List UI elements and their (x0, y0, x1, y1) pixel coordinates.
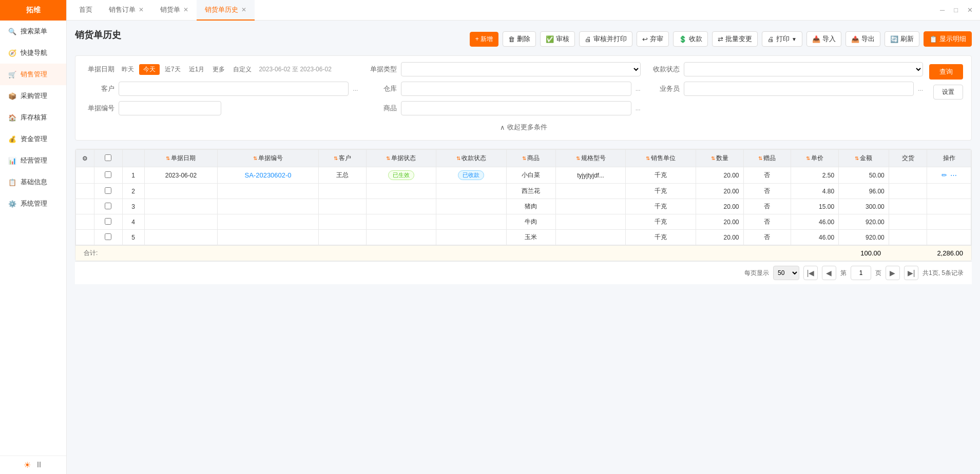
col-spec[interactable]: 规格型号 (555, 150, 625, 167)
date-btn-7days[interactable]: 近7天 (162, 64, 184, 75)
tab-home[interactable]: 首页 (71, 0, 101, 21)
audit-button[interactable]: ✅ 审核 (540, 31, 575, 47)
date-btn-1month[interactable]: 近1月 (186, 64, 208, 75)
salesperson-more-icon[interactable]: ... (918, 85, 923, 92)
warehouse-input[interactable] (401, 82, 631, 96)
new-button[interactable]: + 新增 (470, 32, 498, 47)
window-maximize-btn[interactable]: □ (951, 5, 961, 15)
last-page-btn[interactable]: ▶| (904, 266, 918, 280)
sidebar-item-label: 库存核算 (21, 113, 47, 122)
col-rowno (122, 150, 144, 167)
col-date[interactable]: 单据日期 (144, 150, 218, 167)
collect-button[interactable]: 💲 收款 (673, 31, 708, 47)
date-btn-yesterday[interactable]: 昨天 (119, 64, 137, 75)
print-button[interactable]: 🖨 打印 ▼ (762, 31, 802, 47)
col-unit[interactable]: 销售单位 (626, 150, 696, 167)
print-icon: 🖨 (767, 35, 774, 43)
tab-sales-history[interactable]: 销货单历史 ✕ (197, 0, 255, 21)
first-page-btn[interactable]: |◀ (803, 266, 818, 280)
row-checkbox[interactable] (105, 233, 111, 240)
sidebar-item-system[interactable]: ⚙️ 系统管理 (0, 193, 66, 214)
next-page-btn[interactable]: ▶ (886, 266, 900, 280)
select-all-checkbox[interactable] (105, 154, 111, 161)
col-customer[interactable]: 客户 (318, 150, 366, 167)
cell-price: 4.80 (791, 184, 839, 199)
cell-action (927, 184, 971, 199)
page-label: 第 (840, 269, 847, 278)
col-price[interactable]: 单价 (791, 150, 839, 167)
customer-more-icon[interactable]: ... (353, 85, 358, 92)
prev-page-btn[interactable]: ◀ (822, 266, 836, 280)
goods-more-icon[interactable]: ... (636, 105, 641, 112)
goods-input[interactable] (401, 101, 631, 115)
edit-action[interactable]: ✏ (941, 171, 947, 179)
doc-no-link[interactable]: SA-20230602-0 (245, 171, 292, 179)
filter-panel: 单据日期 昨天 今天 近7天 近1月 更多 自定义 2023-06-02 至 2… (75, 55, 972, 141)
col-amount[interactable]: 金额 (839, 150, 889, 167)
doc-type-select[interactable] (401, 62, 640, 76)
batch-change-button[interactable]: ⇄ 批量变更 (712, 31, 758, 47)
print-dropdown-icon: ▼ (792, 36, 797, 42)
refresh-button[interactable]: 🔄 刷新 (885, 31, 919, 47)
row-checkbox[interactable] (105, 187, 111, 194)
audit-print-button[interactable]: 🖨 审核并打印 (579, 31, 632, 47)
sidebar-item-basic[interactable]: 📋 基础信息 (0, 171, 66, 193)
tab-close-sales-history[interactable]: ✕ (241, 6, 246, 13)
sidebar-item-operations[interactable]: 📊 经营管理 (0, 150, 66, 171)
sidebar-item-finance[interactable]: 💰 资金管理 (0, 128, 66, 150)
collapse-filter-button[interactable]: ∧ 收起更多条件 (84, 121, 963, 134)
col-docstatus[interactable]: 单据状态 (366, 150, 436, 167)
table-row: 12023-06-02SA-20230602-0王总已生效已收款小白菜tyjyj… (76, 167, 971, 184)
warehouse-more-icon[interactable]: ... (636, 85, 641, 92)
date-btn-today[interactable]: 今天 (139, 64, 160, 75)
per-page-select[interactable]: 50 100 200 (773, 266, 799, 280)
set-button[interactable]: 设置 (933, 85, 963, 100)
customer-input[interactable] (119, 82, 349, 96)
col-gift[interactable]: 赠品 (743, 150, 791, 167)
customer-filter: 客户 ... (84, 82, 358, 96)
sidebar-item-sales[interactable]: 🛒 销售管理 (0, 64, 66, 85)
tab-sales-order[interactable]: 销售订单 ✕ (101, 0, 152, 21)
date-btn-custom[interactable]: 自定义 (230, 64, 255, 75)
show-detail-button[interactable]: 📋 显示明细 (924, 31, 972, 47)
cell-gift: 否 (743, 230, 791, 245)
sidebar-item-inventory[interactable]: 🏠 库存核算 (0, 107, 66, 128)
col-checkbox (94, 150, 123, 167)
delete-button[interactable]: 🗑 删除 (503, 31, 536, 47)
sun-icon[interactable]: ☀ (24, 460, 31, 470)
chart-icon: 📊 (8, 157, 16, 165)
col-docno[interactable]: 单据编号 (218, 150, 319, 167)
export-button[interactable]: 📤 导出 (846, 31, 880, 47)
sidebar-item-nav[interactable]: 🧭 快捷导航 (0, 42, 66, 64)
cell-qty: 20.00 (696, 214, 743, 230)
row-checkbox[interactable] (105, 171, 111, 178)
salesperson-input[interactable] (684, 82, 914, 96)
tab-sales-delivery[interactable]: 销货单 ✕ (152, 0, 197, 21)
import-button[interactable]: 📥 导入 (806, 31, 841, 47)
date-btn-more[interactable]: 更多 (209, 64, 228, 75)
sidebar-item-search[interactable]: 🔍 搜索菜单 (0, 21, 66, 42)
doc-no-input[interactable] (119, 101, 221, 115)
collect-status-select[interactable] (684, 62, 923, 76)
page-number-input[interactable] (851, 266, 871, 280)
sidebar-item-purchase[interactable]: 📦 采购管理 (0, 85, 66, 107)
col-qty[interactable]: 数量 (696, 150, 743, 167)
cell-action (927, 199, 971, 214)
col-settings[interactable]: ⚙ (76, 150, 94, 167)
page-title: 销货单历史 (75, 29, 121, 41)
more-action[interactable]: ⋯ (950, 171, 957, 179)
row-checkbox[interactable] (105, 218, 111, 225)
date-range-buttons: 昨天 今天 近7天 近1月 更多 自定义 2023-06-02 至 2023-0… (119, 64, 332, 75)
window-close-btn[interactable]: ✕ (964, 5, 976, 15)
row-checkbox[interactable] (105, 203, 111, 209)
cart-icon: 🛒 (8, 71, 16, 78)
abandon-button[interactable]: ↩ 弃审 (637, 31, 669, 47)
tab-close-sales-delivery[interactable]: ✕ (183, 6, 188, 13)
window-minimize-btn[interactable]: ─ (937, 5, 948, 15)
col-goods[interactable]: 商品 (506, 150, 555, 167)
query-button[interactable]: 查询 (929, 64, 963, 80)
total-qty: 100.00 (850, 249, 912, 257)
tab-close-sales-order[interactable]: ✕ (139, 6, 144, 13)
pause-icon[interactable]: ⏸ (35, 460, 43, 470)
col-collectstatus[interactable]: 收款状态 (436, 150, 506, 167)
